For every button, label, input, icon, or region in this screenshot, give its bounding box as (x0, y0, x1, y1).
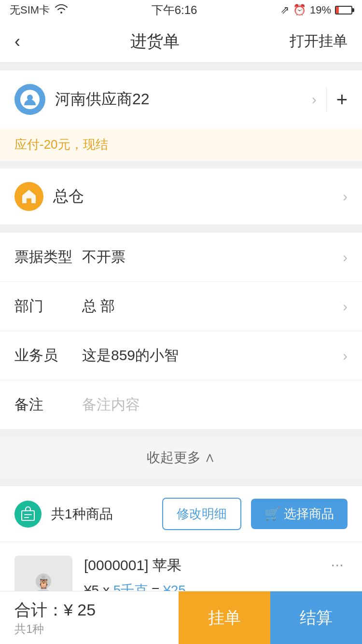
products-header: 共1种商品 修改明细 🛒 选择商品 (0, 486, 362, 542)
bottom-bar: 合计：¥ 25 共1种 挂单 结算 (0, 591, 362, 644)
collapse-button[interactable]: 收起更多 ∧ (0, 437, 362, 478)
checkout-button[interactable]: 结算 (270, 591, 362, 644)
supplier-divider (326, 87, 327, 112)
products-count: 共1种商品 (51, 505, 153, 523)
supplier-chevron-icon: › (312, 91, 317, 108)
svg-text:🦉: 🦉 (38, 578, 50, 589)
warehouse-name: 总仓 (53, 186, 343, 207)
product-more-button[interactable]: ··· (327, 556, 348, 574)
total-label: 合计： (14, 601, 64, 619)
svg-rect-1 (27, 198, 31, 203)
select-product-label: 选择商品 (284, 505, 334, 522)
form-section: 票据类型 不开票 › 部门 总 部 › 业务员 这是859的小智 › 备注 备注… (0, 232, 362, 429)
open-pending-button[interactable]: 打开挂单 (290, 31, 348, 51)
product-title: 苹果 (153, 557, 181, 573)
edit-detail-button[interactable]: 修改明细 (162, 498, 241, 530)
bottom-total: 合计：¥ 25 共1种 (0, 599, 179, 637)
supplier-name: 河南供应商22 (55, 89, 312, 110)
department-chevron-icon: › (343, 298, 348, 315)
supplier-section: 河南供应商22 › + 应付-20元，现结 (0, 70, 362, 161)
department-label: 部门 (14, 296, 82, 316)
invoice-chevron-icon: › (343, 249, 348, 266)
products-icon (14, 501, 42, 528)
select-product-icon: 🛒 (265, 506, 280, 521)
status-right: ⇗ ⏰ 19% (280, 4, 352, 16)
avatar-icon (20, 90, 40, 109)
battery-text: 19% (310, 4, 331, 16)
invoice-type-row[interactable]: 票据类型 不开票 › (0, 232, 362, 281)
salesman-row[interactable]: 业务员 这是859的小智 › (0, 331, 362, 380)
invoice-type-value: 不开票 (82, 247, 343, 267)
status-left: 无SIM卡 (10, 3, 68, 17)
status-bar: 无SIM卡 下午6:16 ⇗ ⏰ 19% (0, 0, 362, 20)
supplier-avatar (14, 84, 45, 115)
back-button[interactable]: ‹ (14, 31, 20, 52)
select-product-button[interactable]: 🛒 选择商品 (251, 499, 348, 529)
salesman-value: 这是859的小智 (82, 346, 343, 365)
remark-row[interactable]: 备注 备注内容 (0, 380, 362, 429)
warehouse-row[interactable]: 总仓 › (0, 168, 362, 224)
supplier-row[interactable]: 河南供应商22 › + (0, 70, 362, 128)
nav-bar: ‹ 进货单 打开挂单 (0, 20, 362, 63)
payment-notice: 应付-20元，现结 (0, 128, 362, 161)
salesman-chevron-icon: › (343, 348, 348, 364)
battery-icon (335, 6, 352, 14)
remark-label: 备注 (14, 395, 82, 415)
product-name: [0000001] 苹果 (84, 556, 327, 575)
warehouse-chevron-icon: › (343, 188, 348, 205)
warehouse-icon (14, 182, 43, 211)
page-title: 进货单 (130, 30, 180, 53)
invoice-type-label: 票据类型 (14, 247, 82, 267)
remark-input[interactable]: 备注内容 (82, 395, 348, 415)
department-row[interactable]: 部门 总 部 › (0, 281, 362, 331)
status-time: 下午6:16 (152, 2, 197, 18)
alarm-icon: ⏰ (293, 4, 306, 16)
total-amount: 合计：¥ 25 (14, 599, 164, 621)
add-supplier-button[interactable]: + (336, 89, 348, 111)
signal-text: 无SIM卡 (10, 3, 50, 17)
product-code: [0000001] (84, 557, 153, 573)
salesman-label: 业务员 (14, 346, 82, 365)
wifi-icon (55, 4, 68, 16)
total-value: ¥ 25 (64, 601, 96, 619)
department-value: 总 部 (82, 296, 343, 316)
location-icon: ⇗ (280, 4, 289, 16)
total-sub: 共1种 (14, 621, 164, 637)
warehouse-section: 总仓 › (0, 168, 362, 224)
hang-order-button[interactable]: 挂单 (179, 591, 270, 644)
svg-rect-2 (22, 511, 34, 520)
